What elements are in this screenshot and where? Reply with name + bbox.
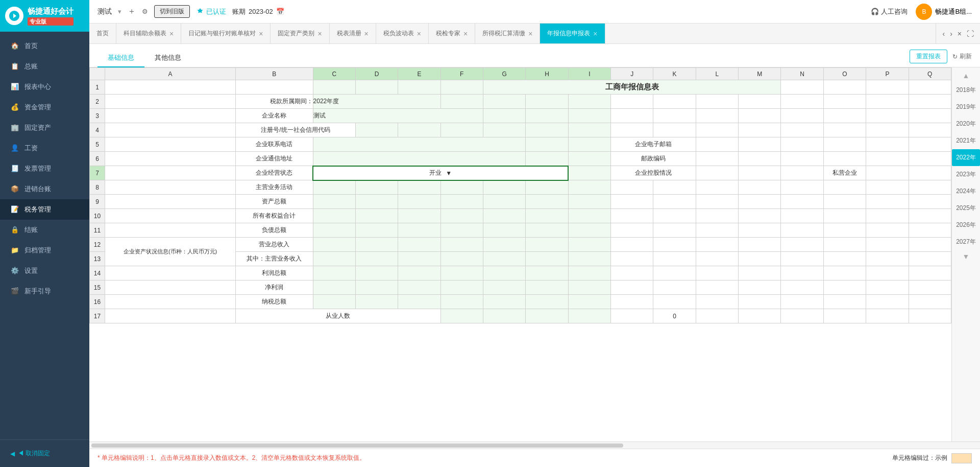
cell-17l[interactable] (696, 309, 738, 323)
year-2024[interactable]: 2024年 (952, 183, 980, 200)
cell-12g[interactable] (483, 238, 525, 252)
cell-13p[interactable] (866, 252, 909, 266)
cell-8e[interactable] (398, 180, 440, 195)
cell-3g[interactable] (483, 109, 525, 123)
cell-16d[interactable] (355, 295, 398, 309)
col-header-a[interactable]: A (105, 68, 236, 80)
cell-15e[interactable] (398, 281, 440, 295)
col-header-c[interactable]: C (313, 68, 355, 80)
cell-13l[interactable] (696, 252, 738, 266)
col-header-q[interactable]: Q (909, 68, 951, 80)
year-2022[interactable]: 2022年 (952, 149, 980, 166)
cell-8o[interactable] (823, 180, 866, 195)
tab-close-tax-wave[interactable]: × (417, 30, 421, 38)
cell-10e[interactable] (398, 209, 440, 223)
cell-2o[interactable] (823, 95, 866, 109)
cell-6n[interactable] (781, 152, 823, 166)
cell-16i[interactable] (568, 295, 610, 309)
cell-4o[interactable] (823, 123, 866, 137)
cell-17a[interactable] (105, 309, 236, 323)
sub-tab-basic[interactable]: 基础信息 (97, 49, 144, 67)
cell-4l[interactable] (696, 123, 738, 137)
cell-16j[interactable] (611, 295, 653, 309)
tab-prev-button[interactable]: ‹ (940, 29, 947, 39)
col-header-p[interactable]: P (866, 68, 909, 80)
cell-2j[interactable] (611, 95, 653, 109)
cell-14l[interactable] (696, 266, 738, 281)
cell-14m[interactable] (739, 266, 781, 281)
tab-tax-wave[interactable]: 税负波动表 × (376, 24, 429, 43)
tab-auxiliary[interactable]: 科目辅助余额表 × (116, 24, 181, 43)
cell-10k[interactable] (653, 209, 696, 223)
year-2018[interactable]: 2018年 (952, 82, 980, 99)
cell-8n[interactable] (781, 180, 823, 195)
cell-4m[interactable] (739, 123, 781, 137)
cell-11d[interactable] (355, 223, 398, 238)
tab-close-tax-check[interactable]: × (463, 30, 468, 38)
cell-8h[interactable] (526, 180, 568, 195)
year-2019[interactable]: 2019年 (952, 99, 980, 115)
col-header-n[interactable]: N (781, 68, 823, 80)
cell-10l[interactable] (696, 209, 738, 223)
cell-14p[interactable] (866, 266, 909, 281)
sidebar-item-guide[interactable]: 🎬 新手引导 (0, 281, 89, 301)
year-2026[interactable]: 2026年 (952, 217, 980, 233)
cell-14d[interactable] (355, 266, 398, 281)
cell-13h[interactable] (526, 252, 568, 266)
cell-5o[interactable] (823, 137, 866, 152)
cell-17m[interactable] (739, 309, 781, 323)
cell-6o[interactable] (823, 152, 866, 166)
cell-8q[interactable] (909, 180, 951, 195)
cell-11j[interactable] (611, 223, 653, 238)
sidebar-item-ledger[interactable]: 📋 总账 (0, 56, 89, 77)
year-2020[interactable]: 2020年 (952, 115, 980, 132)
cell-13o[interactable] (823, 252, 866, 266)
cell-12j[interactable] (611, 238, 653, 252)
cell-6m[interactable] (739, 152, 781, 166)
year-2025[interactable]: 2025年 (952, 200, 980, 217)
cell-15f[interactable] (440, 281, 483, 295)
tab-journal[interactable]: 日记账与银行对账单核对 × (181, 24, 271, 43)
cell-10j[interactable] (611, 209, 653, 223)
sidebar-item-assets[interactable]: 🏢 固定资产 (0, 118, 89, 138)
cell-1q[interactable] (909, 80, 951, 95)
cell-17h[interactable] (526, 309, 568, 323)
cell-8l[interactable] (696, 180, 738, 195)
cell-10q[interactable] (909, 209, 951, 223)
cell-3j[interactable] (611, 109, 653, 123)
col-header-o[interactable]: O (823, 68, 866, 80)
tab-tax-table[interactable]: 税表清册 × (330, 24, 376, 43)
cell-7l[interactable] (696, 166, 738, 180)
cell-6i[interactable] (568, 152, 610, 166)
cell-3l[interactable] (696, 109, 738, 123)
cell-7n[interactable] (781, 166, 823, 180)
tab-close-tax-table[interactable]: × (364, 30, 369, 38)
tab-fixed-assets[interactable]: 固定资产类别 × (271, 24, 329, 43)
sidebar-item-capital[interactable]: 💰 资金管理 (0, 97, 89, 118)
horizontal-scrollbar[interactable] (89, 441, 980, 449)
unpin-button[interactable]: ◀ ◀ 取消固定 (0, 445, 89, 462)
cell-16m[interactable] (739, 295, 781, 309)
cell-11l[interactable] (696, 223, 738, 238)
cell-7o[interactable]: 私营企业 (823, 166, 866, 180)
topbar-add-button[interactable]: ＋ (128, 6, 136, 17)
cell-14c[interactable] (313, 266, 355, 281)
sidebar-item-salary[interactable]: 👤 工资 (0, 138, 89, 158)
cell-15k[interactable] (653, 281, 696, 295)
cell-16f[interactable] (440, 295, 483, 309)
tab-home[interactable]: 首页 (89, 24, 116, 43)
cell-13k[interactable] (653, 252, 696, 266)
cell-3p[interactable] (866, 109, 909, 123)
cell-7p[interactable] (866, 166, 909, 180)
cell-3k[interactable] (653, 109, 696, 123)
tab-income-tax[interactable]: 所得税汇算清缴 × (475, 24, 540, 43)
cell-5a[interactable] (105, 137, 236, 152)
cell-14g[interactable] (483, 266, 525, 281)
cell-7i[interactable] (568, 166, 610, 180)
cell-13i[interactable] (568, 252, 610, 266)
cell-15g[interactable] (483, 281, 525, 295)
cell-17f[interactable] (440, 309, 483, 323)
col-header-j[interactable]: J (611, 68, 653, 80)
cell-5n[interactable] (781, 137, 823, 152)
cell-12n[interactable] (781, 238, 823, 252)
